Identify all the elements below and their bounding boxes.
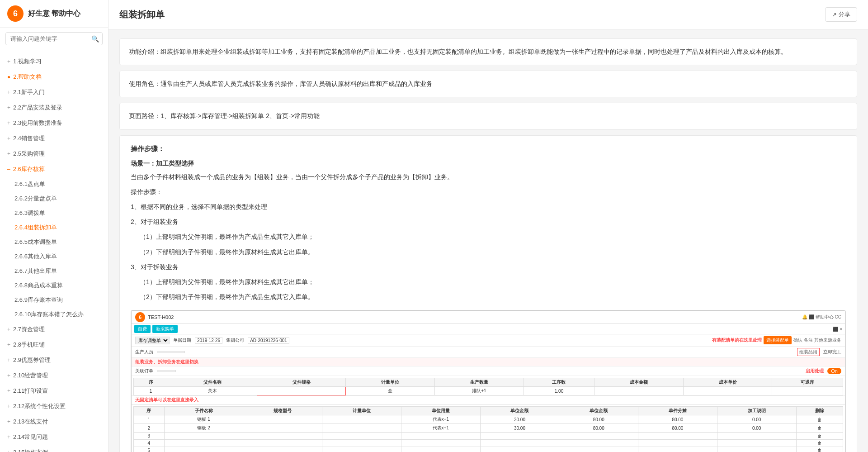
sidebar-item-211[interactable]: + 2.11打印设置: [0, 383, 108, 399]
sidebar-item-210[interactable]: + 2.10经营管理: [0, 368, 108, 383]
table-row: 1 关木 盒 排队+1 1.00: [134, 387, 843, 395]
sidebar-item-26[interactable]: – 2.6库存核算: [0, 162, 108, 177]
sidebar-sub-262[interactable]: 2.6.2分量盘点单: [0, 191, 108, 206]
step2-2: （2）下部明细为子件明细，最终作为原材料生成其它出库单。: [140, 247, 846, 258]
sidebar-item-215[interactable]: + 2.15操作案例: [0, 445, 108, 452]
sidebar-sub-268[interactable]: 2.6.8商品成本重算: [0, 278, 108, 293]
main-area: 组装拆卸单 ↗ 分享 功能介绍：组装拆卸单用来处理企业组装或拆卸等加工业务，支持…: [108, 0, 868, 452]
search-button[interactable]: 🔍: [91, 35, 99, 43]
mock-th-seq: 序: [134, 378, 168, 387]
minus-icon: ●: [7, 74, 10, 80]
mock-confirm-area: 立即完工: [823, 349, 841, 355]
mock-on-toggle[interactable]: On: [827, 368, 841, 374]
mock-assembly-value[interactable]: AD-20191226-001: [248, 337, 289, 344]
sidebar-sub-267[interactable]: 2.6.7其他出库单: [0, 264, 108, 278]
plus-icon-215: +: [7, 449, 10, 452]
step2: 2、对于组装业务: [131, 216, 846, 228]
annotation4-text: 无固定清单可以在这里直接录入: [135, 397, 198, 403]
plus-icon-29: +: [7, 357, 10, 363]
sidebar-item-212[interactable]: + 2.12系统个性化设置: [0, 399, 108, 414]
sidebar-sub-266[interactable]: 2.6.6其他入库单: [0, 249, 108, 264]
mock-date-label: 单据日期: [173, 337, 191, 343]
plus-icon-27: +: [7, 326, 10, 333]
mock-table: 序 父件名称 父件规格 计量单位 生产数量 工序数 成本金额 成本单价 可退库: [133, 378, 843, 395]
mock-date-value[interactable]: 2019-12-26: [195, 337, 222, 344]
sidebar-item-docs[interactable]: ● 2.帮助文档: [0, 69, 108, 85]
minus-icon-26: –: [7, 166, 10, 172]
share-icon: ↗: [832, 11, 837, 18]
sidebar-sub-261[interactable]: 2.6.1盘点单: [0, 177, 108, 191]
mock-th-returnable: 可退库: [772, 378, 843, 387]
sidebar-item-22[interactable]: + 2.2产品安装及登录: [0, 100, 108, 115]
screenshot-container: 6 TEST-H002 🔔 ⬛ 帮助中心 CC 自费 新采购单 ⬛ ×: [131, 310, 846, 452]
step2-1: （1）上部明细为父件明细，最终作为产成品生成其它入库单；: [140, 231, 846, 243]
plus-icon: +: [7, 58, 10, 65]
sidebar-item-214[interactable]: + 2.14常见问题: [0, 429, 108, 445]
sidebar-item-27[interactable]: + 2.7资金管理: [0, 322, 108, 337]
mock-th-unit: 计量单位: [346, 378, 435, 387]
app-toolbar-icons: 🔔 ⬛ 帮助中心 CC: [802, 314, 841, 320]
plus-icon-214: +: [7, 434, 10, 440]
share-button[interactable]: ↗ 分享: [825, 7, 857, 22]
steps-label: 操作步骤：: [131, 186, 846, 198]
mock-more-btns: 确认 备注 其他来源业务: [793, 337, 841, 343]
sidebar-item-video[interactable]: + 1.视频学习: [0, 54, 108, 69]
plus-icon-28: +: [7, 342, 10, 348]
path-text: 页面路径：1、库存核算->库存管理->组装拆卸单 2、首页->常用功能: [129, 110, 848, 122]
app-id: TEST-H002: [148, 314, 174, 320]
sidebar-sub-263[interactable]: 2.6.3调拨单: [0, 206, 108, 220]
sidebar-sub-2610[interactable]: 2.6.10库存账本错了怎么办: [0, 307, 108, 322]
sidebar-item-25[interactable]: + 2.5采购管理: [0, 146, 108, 162]
mock-th-qty: 生产数量: [435, 378, 524, 387]
sidebar-item-213[interactable]: + 2.13在线支付: [0, 414, 108, 429]
mock-parent-spec-cell[interactable]: [257, 387, 346, 395]
app-logo: 6: [135, 312, 145, 322]
sidebar-item-21[interactable]: + 2.1新手入门: [0, 85, 108, 100]
mock-type-select[interactable]: 库存调整单: [135, 337, 170, 344]
search-input[interactable]: [5, 32, 103, 45]
mock-sub-row-5: 5🗑: [134, 447, 843, 452]
search-box: 🔍: [0, 28, 108, 50]
mock-qty-label: 关联订单: [135, 368, 153, 374]
mock-th-parent-name: 父件名称: [168, 378, 257, 387]
mock-tab-zifei[interactable]: 自费: [134, 325, 151, 333]
sidebar-item-24[interactable]: + 2.4销售管理: [0, 131, 108, 146]
mock-type-field[interactable]: 组装品用: [797, 348, 820, 356]
annotation3-text: 启用处理: [806, 368, 824, 374]
mock-qty-field[interactable]: [157, 370, 176, 372]
logo-text: 好生意 帮助中心: [28, 9, 80, 19]
plus-icon-24: +: [7, 135, 10, 142]
mock-form-type: 库存调整单: [135, 337, 170, 344]
annotation2-text: 组装业务、拆卸业务在这里切换: [135, 359, 198, 365]
mock-sub-row-2: 2钢板 2代表x+130.0080.0080.000.00🗑: [134, 424, 843, 433]
main-content: 功能介绍：组装拆卸单用来处理企业组装或拆卸等加工业务，支持有固定装配清单的产品加…: [108, 29, 868, 452]
sidebar-item-23[interactable]: + 2.3使用前数据准备: [0, 115, 108, 131]
plus-icon-23: +: [7, 120, 10, 126]
plus-icon-210: +: [7, 372, 10, 379]
sidebar-sub-265[interactable]: 2.6.5成本调整单: [0, 235, 108, 249]
mock-tab-new[interactable]: 新采购单: [152, 325, 178, 333]
mock-assembly-label: 集团公司: [226, 337, 244, 343]
steps-section: 操作步骤： 场景一：加工类型选择 当由多个子件材料组装成一个成品的业务为【组装】…: [119, 135, 857, 452]
mock-sub-row-3: 3🗑: [134, 433, 843, 440]
sidebar-item-28[interactable]: + 2.8手机旺铺: [0, 337, 108, 352]
mock-num-label: 生产人员: [135, 349, 153, 355]
path-box: 页面路径：1、库存核算->库存管理->组装拆卸单 2、首页->常用功能: [119, 103, 857, 129]
mock-num-field[interactable]: [157, 351, 185, 353]
step3: 3、对于拆装业务: [131, 262, 846, 273]
mock-app: 6 TEST-H002 🔔 ⬛ 帮助中心 CC 自费 新采购单 ⬛ ×: [131, 310, 845, 452]
intro-text: 功能介绍：组装拆卸单用来处理企业组装或拆卸等加工业务，支持有固定装配清单的产品加…: [129, 46, 848, 57]
step1: 1、根据不同的业务，选择不同单据的类型来处理: [131, 201, 846, 213]
steps-heading: 操作步骤：: [131, 145, 846, 153]
annotation1-text: 有装配清单的在这里处理: [712, 337, 762, 343]
mock-th-cost: 成本金额: [594, 378, 684, 387]
sidebar-item-29[interactable]: + 2.9优惠券管理: [0, 352, 108, 368]
sidebar-sub-264[interactable]: 2.6.4组装拆卸单: [0, 220, 108, 235]
scenario1-heading: 场景一：加工类型选择: [131, 160, 846, 168]
mock-sub-row-4: 4🗑: [134, 440, 843, 447]
sidebar-sub-269[interactable]: 2.6.9库存账本查询: [0, 293, 108, 307]
mock-select-btn[interactable]: 选择装配单: [764, 336, 792, 344]
page-title: 组装拆卸单: [119, 9, 165, 21]
mock-sub-table: 序 子件名称 规格型号 计量单位 单位用量 单位金额 单位金额 单件分摊 加工说…: [133, 406, 843, 452]
scenario1-desc: 当由多个子件材料组装成一个成品的业务为【组装】业务，当由一个父件拆分成多个子产品…: [131, 171, 846, 183]
